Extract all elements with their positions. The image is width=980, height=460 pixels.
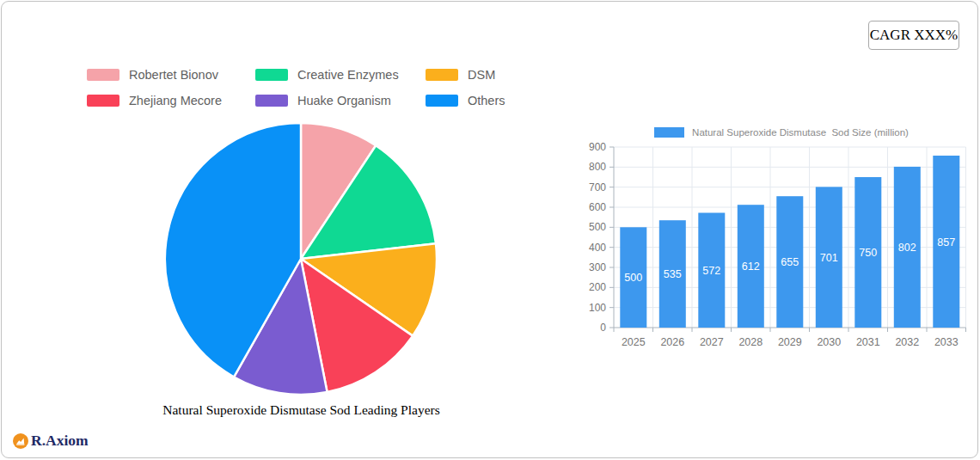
legend-swatch-dsm bbox=[426, 69, 458, 81]
y-tick-label: 600 bbox=[589, 201, 606, 213]
y-tick-label: 800 bbox=[589, 161, 606, 173]
x-category-label: 2025 bbox=[622, 336, 646, 348]
pie-chart-title: Natural Superoxide Dismutase Sod Leading… bbox=[88, 402, 515, 418]
bar-value-label: 500 bbox=[624, 272, 642, 284]
pie-chart bbox=[161, 119, 441, 399]
y-tick-label: 700 bbox=[589, 181, 606, 193]
bar-chart-section: Natural Superoxide Dismutase Sod Size (m… bbox=[583, 126, 980, 359]
y-tick-label: 200 bbox=[589, 281, 606, 293]
bar-chart-svg: 0100200300400500600700800900500202553520… bbox=[583, 141, 980, 358]
report-card: CAGR XXX% Robertet BionovCreative Enzyme… bbox=[1, 1, 978, 458]
legend-swatch-robertet-bionov bbox=[87, 69, 119, 81]
bar-legend-swatch bbox=[654, 127, 684, 138]
bar-value-label: 857 bbox=[937, 236, 955, 248]
x-category-label: 2033 bbox=[934, 336, 959, 348]
brand-logo-text: R.Axiom bbox=[31, 432, 89, 450]
bar-value-label: 572 bbox=[702, 265, 720, 277]
x-category-label: 2031 bbox=[856, 336, 880, 348]
legend-item-huake-organism[interactable]: Huake Organism bbox=[255, 94, 426, 107]
legend-swatch-huake-organism bbox=[255, 95, 288, 107]
bar-legend-label: Natural Superoxide Dismutase Sod Size (m… bbox=[692, 127, 909, 138]
y-tick-label: 500 bbox=[589, 221, 606, 233]
bar-value-label: 701 bbox=[820, 252, 838, 264]
legend-item-creative-enzymes[interactable]: Creative Enzymes bbox=[255, 68, 426, 82]
bar-value-label: 802 bbox=[898, 242, 916, 254]
legend-label: Creative Enzymes bbox=[297, 68, 399, 82]
bar-value-label: 655 bbox=[781, 256, 799, 268]
legend-label: Huake Organism bbox=[297, 94, 391, 107]
pie-legend: Robertet BionovCreative EnzymesDSMZhejia… bbox=[87, 68, 505, 107]
cagr-badge-label: CAGR XXX% bbox=[870, 27, 958, 44]
legend-item-robertet-bionov[interactable]: Robertet Bionov bbox=[87, 68, 255, 82]
y-tick-label: 100 bbox=[589, 302, 606, 314]
legend-swatch-creative-enzymes bbox=[255, 69, 288, 81]
x-category-label: 2032 bbox=[895, 336, 919, 348]
legend-item-dsm[interactable]: DSM bbox=[426, 68, 505, 82]
y-tick-label: 400 bbox=[589, 242, 606, 254]
pie-chart-svg bbox=[161, 119, 441, 399]
x-category-label: 2030 bbox=[817, 336, 841, 348]
x-category-label: 2029 bbox=[778, 336, 802, 348]
cagr-badge: CAGR XXX% bbox=[868, 21, 959, 50]
y-tick-label: 900 bbox=[589, 141, 606, 153]
bar-legend[interactable]: Natural Superoxide Dismutase Sod Size (m… bbox=[583, 126, 980, 138]
y-tick-label: 0 bbox=[600, 322, 606, 334]
bar-value-label: 612 bbox=[742, 261, 760, 273]
x-category-label: 2026 bbox=[660, 336, 684, 348]
legend-item-others[interactable]: Others bbox=[426, 94, 505, 107]
legend-label: Zhejiang Mecore bbox=[129, 94, 222, 107]
legend-label: Robertet Bionov bbox=[129, 68, 218, 82]
legend-label: DSM bbox=[468, 68, 495, 82]
bar-value-label: 535 bbox=[664, 268, 682, 280]
x-category-label: 2028 bbox=[738, 336, 763, 348]
growth-chart-icon bbox=[12, 432, 29, 450]
y-tick-label: 300 bbox=[589, 261, 606, 273]
legend-swatch-zhejiang-mecore bbox=[87, 95, 119, 107]
bar-value-label: 750 bbox=[859, 247, 877, 259]
legend-item-zhejiang-mecore[interactable]: Zhejiang Mecore bbox=[87, 94, 255, 107]
x-category-label: 2027 bbox=[700, 336, 724, 348]
legend-swatch-others bbox=[426, 95, 458, 107]
legend-label: Others bbox=[468, 94, 505, 107]
brand-logo: R.Axiom bbox=[12, 432, 89, 450]
